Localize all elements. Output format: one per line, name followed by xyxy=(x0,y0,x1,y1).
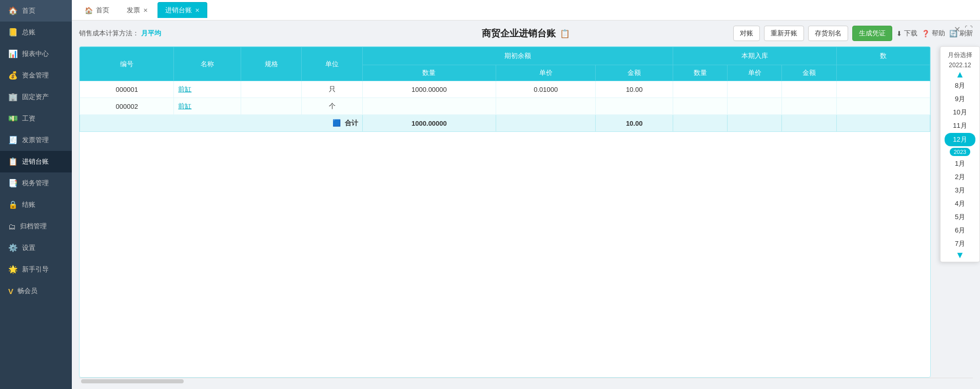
funds-icon: 💰 xyxy=(8,71,18,80)
download-icon: ⬇ xyxy=(896,30,902,37)
tab-invoice[interactable]: 发票 ✕ xyxy=(119,2,155,18)
cost-method: 销售成本计算方法： 月平均 xyxy=(79,29,161,38)
sidebar-item-archive[interactable]: 🗂 归档管理 xyxy=(0,216,72,237)
settings-icon: ⚙️ xyxy=(8,243,18,252)
cell-unit: 只 xyxy=(302,81,362,98)
row2-name-link[interactable]: 前缸 xyxy=(178,102,191,110)
sidebar-item-member[interactable]: V 畅会员 xyxy=(0,280,72,302)
cell-extra xyxy=(836,98,930,115)
month-item-11[interactable]: 11月 xyxy=(940,119,973,132)
cell-open-qty xyxy=(362,98,496,115)
total-extra xyxy=(836,115,930,132)
col-name: 名称 xyxy=(174,47,241,81)
reopen-button[interactable]: 重新开账 xyxy=(764,26,804,41)
cell-spec xyxy=(241,98,301,115)
sidebar-item-home[interactable]: 🏠 首页 xyxy=(0,0,72,22)
ledger-table-wrap: 编号 名称 规格 单位 期初余额 本期入库 数 数量 单价 金额 数 xyxy=(79,46,931,378)
month-item-2023-7[interactable]: 7月 xyxy=(940,237,973,250)
cell-open-price xyxy=(496,98,596,115)
info-bar: 销售成本计算方法： 月平均 商贸企业进销台账 📋 对账 重新开账 存货别名 生成… xyxy=(79,26,973,41)
cell-in-qty xyxy=(673,98,727,115)
page-title: 商贸企业进销台账 📋 xyxy=(482,27,570,40)
cell-no: 000001 xyxy=(80,81,174,98)
member-icon: V xyxy=(8,287,13,296)
col-in-price: 单价 xyxy=(728,65,782,81)
month-scroll-up-button[interactable]: ▲ xyxy=(955,70,965,79)
save-as-button[interactable]: 存货别名 xyxy=(808,26,848,41)
sidebar-item-assets[interactable]: 🏢 固定资产 xyxy=(0,86,72,108)
cell-spec xyxy=(241,81,301,98)
reports-icon: 📊 xyxy=(8,49,18,59)
help-button[interactable]: ❓ 帮助 xyxy=(922,29,945,38)
month-item-2023-2[interactable]: 2月 xyxy=(940,170,973,184)
table-row: 000002 前缸 个 xyxy=(80,98,930,115)
home-tab-icon: 🏠 xyxy=(85,7,93,14)
col-in-amount: 金额 xyxy=(782,65,836,81)
download-button[interactable]: ⬇ 下载 xyxy=(896,29,917,38)
col-extra: 数 xyxy=(836,47,930,65)
total-in-price xyxy=(728,115,782,132)
month-item-9[interactable]: 9月 xyxy=(940,92,973,106)
cell-in-qty xyxy=(673,81,727,98)
month-item-2023-3[interactable]: 3月 xyxy=(940,184,973,197)
invoice-tab-close[interactable]: ✕ xyxy=(143,7,148,14)
sidebar-item-tax[interactable]: 📑 税务管理 xyxy=(0,172,72,194)
row1-name-link[interactable]: 前缸 xyxy=(178,85,191,93)
month-item-10[interactable]: 10月 xyxy=(940,106,973,119)
total-in-qty xyxy=(673,115,727,132)
month-item-2023-4[interactable]: 4月 xyxy=(940,197,973,210)
cell-open-amount: 10.00 xyxy=(596,81,673,98)
cell-open-price: 0.01000 xyxy=(496,81,596,98)
month-item-2023-5[interactable]: 5月 xyxy=(940,210,973,224)
month-item-8[interactable]: 8月 xyxy=(940,79,973,92)
sidebar-item-reports[interactable]: 📊 报表中心 xyxy=(0,43,72,65)
sidebar-item-funds[interactable]: 💰 资金管理 xyxy=(0,65,72,86)
month-panel-title: 月份选择 xyxy=(948,49,972,61)
cell-open-qty: 1000.00000 xyxy=(362,81,496,98)
sidebar-item-invoice-mgmt[interactable]: 🧾 发票管理 xyxy=(0,129,72,151)
cell-name: 前缸 xyxy=(174,81,241,98)
payroll-icon: 💵 xyxy=(8,114,18,123)
cell-open-amount xyxy=(596,98,673,115)
cell-in-amount xyxy=(782,98,836,115)
close-window-button[interactable]: ✕ xyxy=(954,25,961,34)
guide-icon: 🌟 xyxy=(8,265,18,274)
total-row: 🟦 合计 1000.00000 10.00 xyxy=(80,115,930,132)
month-item-12-active[interactable]: 12月 xyxy=(945,133,973,146)
generate-voucher-button[interactable]: 生成凭证 xyxy=(852,26,892,41)
month-item-2023-1[interactable]: 1月 xyxy=(940,157,973,170)
col-unit: 单位 xyxy=(302,47,362,81)
total-icon: 🟦 xyxy=(332,119,341,127)
ledger-table: 编号 名称 规格 单位 期初余额 本期入库 数 数量 单价 金额 数 xyxy=(80,47,930,132)
col-open-qty: 数量 xyxy=(362,65,496,81)
closing-icon: 🔒 xyxy=(8,200,18,209)
doc-icon: 📋 xyxy=(560,29,570,38)
col-open-price: 单价 xyxy=(496,65,596,81)
maximize-window-button[interactable]: ⛶ xyxy=(965,25,973,34)
total-in-amount xyxy=(782,115,836,132)
sidebar-item-payroll[interactable]: 💵 工资 xyxy=(0,108,72,129)
sidebar-item-closing[interactable]: 🔒 结账 xyxy=(0,194,72,216)
toolbar-buttons: 对账 重新开账 存货别名 生成凭证 ⬇ 下载 ❓ 帮助 🔄 刷新 xyxy=(733,26,973,41)
purchase-sales-tab-close[interactable]: ✕ xyxy=(195,7,200,14)
col-spec: 规格 xyxy=(241,47,301,81)
sidebar-item-settings[interactable]: ⚙️ 设置 xyxy=(0,237,72,259)
month-scroll-down-button[interactable]: ▼ xyxy=(955,250,965,260)
tab-purchase-sales[interactable]: 进销台账 ✕ xyxy=(158,2,207,18)
sidebar-item-purchase-sales[interactable]: 📋 进销台账 xyxy=(0,151,72,172)
cell-in-price xyxy=(728,98,782,115)
horizontal-scrollbar[interactable] xyxy=(81,379,184,383)
sidebar-item-guide[interactable]: 🌟 新手引导 xyxy=(0,259,72,280)
total-open-price xyxy=(496,115,596,132)
month-item-2023-6[interactable]: 6月 xyxy=(940,224,973,237)
col-no: 编号 xyxy=(80,47,174,81)
tab-bar: 🏠 首页 发票 ✕ 进销台账 ✕ xyxy=(72,0,980,21)
tab-home[interactable]: 🏠 首页 xyxy=(77,2,117,18)
sidebar-item-ledger[interactable]: 📒 总账 xyxy=(0,22,72,43)
cell-unit: 个 xyxy=(302,98,362,115)
window-controls: ✕ ⛶ xyxy=(954,25,973,34)
total-open-qty: 1000.00000 xyxy=(362,115,496,132)
year-2022-label: 2022.12 xyxy=(949,61,971,70)
main-content: 🏠 首页 发票 ✕ 进销台账 ✕ ✕ ⛶ 销售成本计算方法： 月平均 商贸企业进… xyxy=(72,0,980,389)
reconcile-button[interactable]: 对账 xyxy=(733,26,760,41)
